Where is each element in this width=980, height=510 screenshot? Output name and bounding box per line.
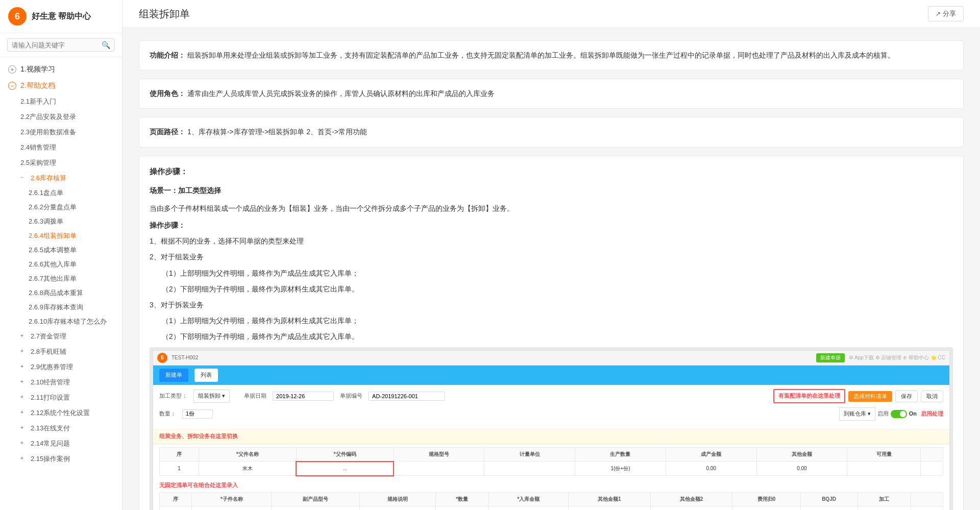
ss-date-label: 单据日期 — [244, 391, 266, 401]
share-icon: ↗ — [936, 10, 941, 17]
step2-2: （2）下部明细为子件明细，最终作为原材料生成其它出库单。 — [150, 283, 953, 296]
search-box: 🔍 — [7, 38, 115, 52]
main-content: 组装拆卸单 ↗ 分享 功能介绍： 组装拆卸单用来处理企业组装或拆卸等加工业务，支… — [122, 0, 980, 510]
nav-sub-items-2: 2.1新手入门 2.2产品安装及登录 2.3使用前数据准备 2.4销售管理 2.… — [0, 94, 122, 467]
collapse-icon: − — [8, 82, 16, 90]
expand-sub-icon: + — [20, 409, 28, 417]
step3-1: （1）上部明细为父件明细，最终作为原材料生成其它出库单； — [150, 314, 953, 327]
annotation4-area: 无固定清单可在组合处这里录入 — [153, 479, 949, 493]
sidebar-item-other-in[interactable]: 2.6.6其他入库单 — [0, 257, 122, 272]
expand-sub-icon: + — [20, 394, 28, 401]
sidebar-item-assemble[interactable]: 2.6.4组装拆卸单 — [0, 229, 122, 243]
ss-url: TEST-H002 — [172, 353, 198, 362]
role-label: 使用角色： — [150, 89, 185, 98]
ss-lower-table-area: 序 *子件名称 副产品型号 规格说明 *数量 *入库金额 其他金额1 其他金额2… — [153, 492, 949, 510]
fixed-bom-btn[interactable]: 有装配清单的在这里处理 — [773, 389, 845, 403]
logo-area: 6 好生意 帮助中心 — [0, 0, 122, 33]
search-input[interactable] — [12, 41, 102, 49]
sidebar-item-coupon[interactable]: + 2.9优惠券管理 — [0, 359, 122, 375]
sidebar-item-partial-count[interactable]: 2.6.2分量盘点单 — [0, 200, 122, 214]
sidebar-item-data-prep[interactable]: 2.3使用前数据准备 — [0, 125, 122, 140]
intro-label: 功能介绍： — [150, 51, 185, 59]
expand-icon: + — [8, 65, 16, 74]
sidebar-item-video[interactable]: + 1.视频学习 — [0, 61, 122, 78]
annotation2-text: 组装业务、拆卸业务在这里切换 — [159, 433, 238, 439]
ss-type-switch-area: 组装业务、拆卸业务在这里切换 — [153, 429, 949, 444]
sidebar-label-2: 2.帮助文档 — [20, 81, 55, 90]
step1: 1、根据不同的业务，选择不同单据的类型来处理 — [150, 235, 953, 248]
sidebar-item-other-out[interactable]: 2.6.7其他出库单 — [0, 272, 122, 286]
step2: 2、对于组装业务 — [150, 251, 953, 263]
ss-new-btn[interactable]: 新建单据 — [816, 353, 845, 362]
annotation3-area: 到账仓库 ▾ 启用 On 启用处理 — [839, 407, 943, 421]
expand-sub-icon: + — [20, 363, 28, 371]
sidebar-sub-label: 2.4销售管理 — [20, 143, 56, 151]
expand-sub-icon: + — [20, 333, 28, 340]
nav-list: + 1.视频学习 − 2.帮助文档 2.1新手入门 2.2产品安装及登录 — [0, 57, 122, 510]
sidebar-sub-label: 2.3使用前数据准备 — [20, 128, 76, 136]
step3-2: （2）下部明细为子件明细，最终作为产成品生成其它入库单。 — [150, 330, 953, 343]
ss-qty-input[interactable] — [182, 409, 213, 419]
ss-upper-table: 序 *父件名称 *父件编码 规格型号 计量单位 生产数量 成产金额 其他金额 可… — [159, 447, 943, 476]
nav-sub-sub-items-26: 2.6.1盘点单 2.6.2分量盘点单 2.6.3调拨单 2.6.4组装拆卸单 … — [0, 186, 122, 329]
on-label: On — [909, 409, 917, 419]
sidebar-item-install[interactable]: 2.2产品安装及登录 — [0, 109, 122, 125]
topbar: 组装拆卸单 ↗ 分享 — [122, 0, 980, 28]
sub-table-header-row: 序 *子件名称 副产品型号 规格说明 *数量 *入库金额 其他金额1 其他金额2… — [160, 493, 943, 506]
ss-toolbar: 新建单 列表 — [153, 366, 949, 385]
search-icon[interactable]: 🔍 — [102, 41, 110, 49]
sidebar-item-inventory[interactable]: − 2.6库存核算 — [0, 171, 122, 186]
expand-sub-icon: + — [20, 379, 28, 386]
sidebar-item-print[interactable]: + 2.11打印设置 — [0, 390, 122, 405]
enable-toggle-area: 启用 On 启用处理 — [877, 409, 943, 419]
sidebar-item-sales[interactable]: 2.4销售管理 — [0, 140, 122, 155]
ss-upper-table-area: 序 *父件名称 *父件编码 规格型号 计量单位 生产数量 成产金额 其他金额 可… — [153, 444, 949, 479]
sidebar-item-faq[interactable]: + 2.14常见问题 — [0, 436, 122, 451]
sidebar-item-payment[interactable]: + 2.13在线支付 — [0, 421, 122, 436]
sidebar-item-purchase[interactable]: 2.5采购管理 — [0, 155, 122, 171]
page-title: 组装拆卸单 — [139, 7, 190, 21]
sidebar-item-cases[interactable]: + 2.15操作案例 — [0, 451, 122, 467]
ss-date-input[interactable] — [273, 392, 334, 401]
ops-title: 操作步骤： — [150, 164, 953, 178]
sidebar-item-stock-count[interactable]: 2.6.1盘点单 — [0, 186, 122, 200]
sidebar-item-cost-adjust[interactable]: 2.6.5成本调整单 — [0, 243, 122, 257]
logo-icon: 6 — [8, 7, 27, 26]
table-row: 1 粉料 1 材料A型 规格(4-1) 30.00 181 6.80 0.00 … — [160, 506, 943, 510]
screenshot-container: 6 TEST-H002 新建单据 ⚙ App下载 ⚙ 店铺管理 ⊕ 帮助中心 ⭐… — [150, 347, 953, 510]
ss-type-label: 加工类型： — [159, 391, 187, 401]
ss-cancel-btn[interactable]: 取消 — [921, 391, 943, 402]
step3: 3、对于拆装业务 — [150, 299, 953, 311]
sidebar-item-finance[interactable]: + 2.7资金管理 — [0, 329, 122, 344]
sidebar-item-transfer[interactable]: 2.6.3调拨单 — [0, 214, 122, 229]
share-button[interactable]: ↗ 分享 — [928, 6, 964, 21]
sidebar-sub-label: 2.6库存核算 — [31, 174, 66, 183]
scene1-desc: 当由多个子件材料组装成一个成品的业务为【组装】业务，当由一个父件拆分成多个子产品… — [150, 202, 953, 215]
ss-type-select[interactable]: 组装拆卸 ▾ — [193, 390, 230, 403]
sidebar-item-cost-recalc[interactable]: 2.6.8商品成本重算 — [0, 286, 122, 300]
sidebar-item-mobile[interactable]: + 2.8手机旺辅 — [0, 344, 122, 359]
ss-tab-new[interactable]: 新建单 — [159, 369, 188, 382]
ss-save-btn[interactable]: 保存 — [895, 391, 918, 402]
sidebar: 6 好生意 帮助中心 🔍 + 1.视频学习 − 2.帮助文档 2.1新 — [0, 0, 122, 510]
ss-process-btn[interactable]: 选择对料清单 — [848, 391, 892, 402]
ss-doc-input[interactable] — [369, 392, 445, 401]
ss-warehouse-select[interactable]: 到账仓库 ▾ — [839, 407, 875, 421]
content-area: 功能介绍： 组装拆卸单用来处理企业组装或拆卸等加工业务，支持有固定装配清单的产品… — [122, 28, 980, 510]
search-area: 🔍 — [0, 33, 122, 57]
expand-sub-icon: + — [20, 455, 28, 463]
ss-logo-icon: 6 — [157, 353, 167, 363]
sidebar-item-helpdoc[interactable]: − 2.帮助文档 — [0, 78, 122, 94]
sidebar-item-system[interactable]: + 2.12系统个性化设置 — [0, 405, 122, 421]
annotation1-text: 有装配清单的在这里处理 — [778, 393, 840, 399]
ss-tab-list[interactable]: 列表 — [194, 369, 218, 382]
ss-doc-label: 单据编号 — [340, 391, 362, 401]
sidebar-item-inv-ledger-fix[interactable]: 2.6.10库存账本错了怎么办 — [0, 314, 122, 329]
sidebar-item-beginner[interactable]: 2.1新手入门 — [0, 94, 122, 109]
ops-block: 操作步骤： 场景一：加工类型选择 当由多个子件材料组装成一个成品的业务为【组装】… — [139, 156, 964, 510]
sidebar-item-inv-ledger[interactable]: 2.6.9库存账本查询 — [0, 300, 122, 314]
sidebar-item-manage[interactable]: + 2.10经营管理 — [0, 375, 122, 390]
ss-topbar: 6 TEST-H002 新建单据 ⚙ App下载 ⚙ 店铺管理 ⊕ 帮助中心 ⭐… — [153, 351, 949, 366]
on-toggle[interactable] — [891, 410, 907, 418]
expand-sub-icon: + — [20, 440, 28, 447]
